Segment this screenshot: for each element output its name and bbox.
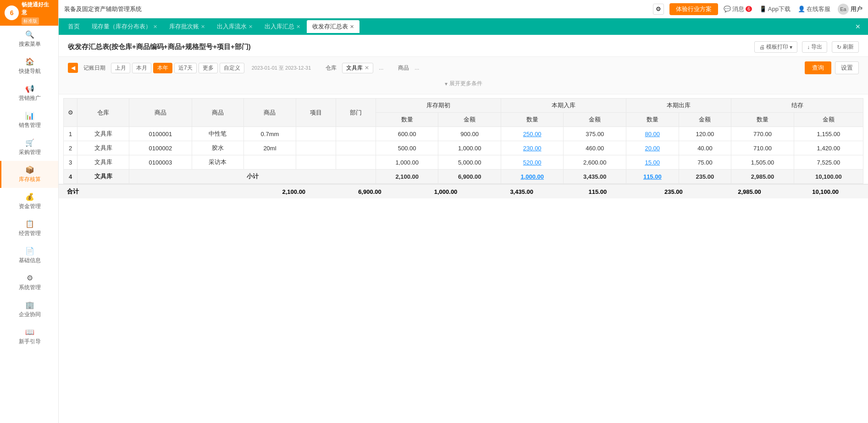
sidebar-item-quicknav[interactable]: 🏠快捷导航 <box>0 53 58 80</box>
cell-out-qty[interactable]: 20.00 <box>626 141 679 155</box>
tab-inout-summary[interactable]: 出入库汇总✕ <box>259 20 306 33</box>
cell-out-qty[interactable]: 15.00 <box>626 155 679 170</box>
date-btn-本年[interactable]: 本年 <box>153 63 172 73</box>
tab-label: 首页 <box>68 22 80 31</box>
cell-closing-amt: 7,525.00 <box>794 155 863 170</box>
cell-opening-amt: 5,000.00 <box>438 155 501 170</box>
cell-opening-amt: 1,000.00 <box>438 141 501 155</box>
col-name-header: 商品 <box>192 99 243 127</box>
sidebar-item-label: 经营管理 <box>19 230 41 237</box>
cell-project <box>296 127 336 141</box>
date-btn-自定义[interactable]: 自定义 <box>220 63 244 73</box>
tab-recv-send[interactable]: 收发存汇总表✕ <box>307 20 359 33</box>
table-settings-icon[interactable]: ⚙ <box>68 109 73 116</box>
sidebar-item-newguide[interactable]: 📖新手引导 <box>0 323 58 350</box>
sales-icon: 📊 <box>25 111 34 120</box>
export-icon: ↓ <box>807 44 810 50</box>
cell-code: 0100001 <box>129 127 192 141</box>
cell-sub-out-qty[interactable]: 115.00 <box>626 170 679 184</box>
footer-in-amt: 3,435.00 <box>484 188 560 195</box>
cell-sub-opening-amt: 6,900.00 <box>438 170 501 184</box>
cell-out-qty[interactable]: 80.00 <box>626 127 679 141</box>
print-btn[interactable]: 🖨 模板打印 ▾ <box>754 41 797 53</box>
cell-name: 胶水 <box>192 141 243 155</box>
tab-batch[interactable]: 库存批次账✕ <box>164 20 210 33</box>
cell-dept <box>336 155 376 170</box>
tab-close-inout-flow[interactable]: ✕ <box>249 24 253 30</box>
tab-label: 库存批次账 <box>169 22 199 31</box>
sidebar-item-finance[interactable]: 💰资金管理 <box>0 188 58 215</box>
cell-dept <box>336 127 376 141</box>
cell-project <box>296 141 336 155</box>
message-icon-btn[interactable]: 💬 消息 6 <box>724 5 752 13</box>
footer-out-amt: 235.00 <box>636 188 712 195</box>
sidebar-item-inventory[interactable]: 📦库存核算 <box>0 161 58 188</box>
cell-sub-in-qty[interactable]: 1,000.00 <box>501 170 564 184</box>
search-icon: 🔍 <box>25 30 34 39</box>
cell-name: 采访本 <box>192 155 243 170</box>
footer-in-qty: 1,000.00 <box>408 188 484 195</box>
sidebar-item-sales[interactable]: 📊销售管理 <box>0 107 58 134</box>
date-btn-上月[interactable]: 上月 <box>111 63 130 73</box>
sidebar-item-purchase[interactable]: 🛒采购管理 <box>0 134 58 161</box>
expand-more-btn[interactable]: ▾ 展开更多条件 <box>68 78 859 89</box>
date-btn-近7天[interactable]: 近7天 <box>174 63 197 73</box>
user-avatar: Ea <box>838 4 849 15</box>
tab-close-stock-dist[interactable]: ✕ <box>153 24 157 30</box>
query-btn[interactable]: 查询 <box>805 61 831 74</box>
tab-close-recv-send[interactable]: ✕ <box>350 24 354 30</box>
query-actions: 查询 设置 <box>805 61 859 74</box>
set-btn[interactable]: 设置 <box>835 61 859 74</box>
cell-sub-out-amt: 235.00 <box>679 170 731 184</box>
experience-btn[interactable]: 体验行业方案 <box>669 3 718 15</box>
tab-close-batch[interactable]: ✕ <box>201 24 205 30</box>
date-btn-更多[interactable]: 更多 <box>199 63 218 73</box>
warehouse-tag-close[interactable]: ✕ <box>365 65 369 71</box>
export-btn[interactable]: ↓ 导出 <box>802 41 827 53</box>
cell-in-qty[interactable]: 520.00 <box>501 155 564 170</box>
refresh-btn[interactable]: ↻ 刷新 <box>832 41 859 53</box>
sidebar-item-label: 企业协同 <box>19 311 41 319</box>
goods-more[interactable]: ... <box>415 65 419 71</box>
cell-in-qty[interactable]: 250.00 <box>501 127 564 141</box>
tab-label: 出入库汇总 <box>265 22 294 31</box>
sidebar-item-basicinfo[interactable]: 📄基础信息 <box>0 242 58 269</box>
tab-home[interactable]: 首页 <box>62 20 85 33</box>
footer-label: 合计 <box>63 187 256 196</box>
data-table: ⚙ 仓库 商品 商品 商品 项目 部门 库存期初 本期入库 本期出库 结存 <box>63 98 863 184</box>
header-actions: 🖨 模板打印 ▾ ↓ 导出 ↻ 刷新 <box>754 41 859 53</box>
col-closing-header: 结存 <box>731 99 863 113</box>
warehouse-tag[interactable]: 文具库 ✕ <box>342 63 373 73</box>
date-btn-本月[interactable]: 本月 <box>132 63 151 73</box>
sidebar-item-marketing[interactable]: 📢营销推广 <box>0 80 58 107</box>
app-download-btn[interactable]: 📱 App下载 <box>759 5 791 13</box>
tab-inout-flow[interactable]: 出入库流水✕ <box>211 20 258 33</box>
cell-in-qty[interactable]: 230.00 <box>501 141 564 155</box>
sidebar-item-operations[interactable]: 📋经营管理 <box>0 215 58 242</box>
tab-stock-dist[interactable]: 现存量（库存分布表）✕ <box>86 20 163 33</box>
user-area[interactable]: Ea 用户 <box>838 4 862 15</box>
cell-opening-amt: 900.00 <box>438 127 501 141</box>
data-table-wrap: ⚙ 仓库 商品 商品 商品 项目 部门 库存期初 本期入库 本期出库 结存 <box>59 98 868 184</box>
cell-spec <box>243 155 296 170</box>
close-all-tabs-btn[interactable]: ✕ <box>851 23 864 30</box>
sidebar-item-label: 新手引导 <box>19 338 41 346</box>
sidebar-item-label: 资金管理 <box>19 203 41 210</box>
system-title: 装备及固定资产辅助管理系统 <box>64 5 647 13</box>
cell-subtotal-label: 小计 <box>129 170 376 184</box>
col-opening-qty: 数量 <box>376 113 438 127</box>
col-settings[interactable]: ⚙ <box>64 99 77 127</box>
settings-icon[interactable]: ⚙ <box>653 4 664 15</box>
cell-project <box>296 155 336 170</box>
cell-closing-qty: 770.00 <box>731 127 794 141</box>
tabs-container: 首页现存量（库存分布表）✕库存批次账✕出入库流水✕出入库汇总✕收发存汇总表✕ <box>62 20 851 33</box>
sidebar-item-enterprise[interactable]: 🏢企业协同 <box>0 296 58 323</box>
filter-collapse-btn[interactable]: ◀ <box>68 63 78 73</box>
online-service-btn[interactable]: 👤 在线客服 <box>798 5 830 13</box>
sidebar-item-system[interactable]: ⚙系统管理 <box>0 269 58 296</box>
tab-close-inout-summary[interactable]: ✕ <box>296 24 300 30</box>
filter-row-1: ◀ 记账日期 上月本月本年近7天更多自定义 2023-01-01 至 2023-… <box>68 61 859 74</box>
warehouse-more[interactable]: ... <box>379 65 383 71</box>
sidebar-item-search[interactable]: 🔍搜索菜单 <box>0 26 58 53</box>
cell-sub-closing-qty: 2,985.00 <box>731 170 794 184</box>
